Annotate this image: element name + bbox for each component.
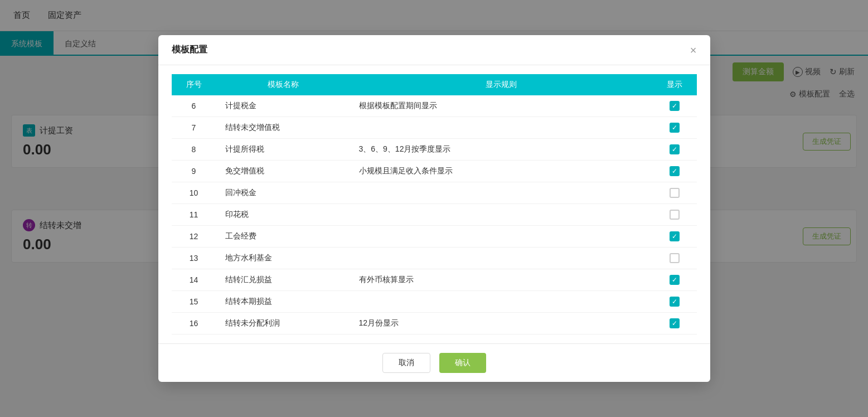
cell-seq: 10 [172, 182, 216, 204]
table-row: 11印花税 [172, 204, 697, 226]
table-row: 10回冲税金 [172, 182, 697, 204]
display-checkbox[interactable] [670, 188, 680, 198]
col-display: 显示 [652, 74, 697, 95]
cell-name: 结转本期损益 [216, 291, 350, 313]
col-rule: 显示规则 [350, 74, 652, 95]
cell-seq: 12 [172, 226, 216, 248]
cell-seq: 15 [172, 291, 216, 313]
cell-name: 计提税金 [216, 95, 350, 117]
cell-display [652, 204, 697, 226]
display-checkbox[interactable] [670, 231, 680, 241]
display-checkbox[interactable] [670, 253, 680, 263]
cell-rule: 3、6、9、12月按季度显示 [350, 139, 652, 161]
display-checkbox[interactable] [670, 275, 680, 285]
display-checkbox[interactable] [670, 318, 680, 328]
modal-overlay: 模板配置 × 序号 模板名称 显示规则 显示 6计提税金根据模板配置期间显示7结… [0, 0, 868, 417]
cell-seq: 7 [172, 117, 216, 139]
cell-seq: 8 [172, 139, 216, 161]
modal-header: 模板配置 × [158, 35, 710, 65]
cell-rule: 12月份显示 [350, 313, 652, 334]
table-row: 14结转汇兑损益有外币核算显示 [172, 269, 697, 291]
cell-display [652, 291, 697, 313]
table-row: 8计提所得税3、6、9、12月按季度显示 [172, 139, 697, 161]
modal-template-config: 模板配置 × 序号 模板名称 显示规则 显示 6计提税金根据模板配置期间显示7结… [158, 35, 710, 382]
table-row: 7结转未交增值税 [172, 117, 697, 139]
cell-display [652, 139, 697, 161]
table-row: 13地方水利基金 [172, 248, 697, 269]
cell-name: 印花税 [216, 204, 350, 226]
display-checkbox[interactable] [670, 144, 680, 154]
table-row: 12工会经费 [172, 226, 697, 248]
cell-rule [350, 291, 652, 313]
confirm-button[interactable]: 确认 [439, 353, 486, 373]
modal-title: 模板配置 [172, 44, 207, 56]
cell-seq: 14 [172, 269, 216, 291]
cell-rule: 有外币核算显示 [350, 269, 652, 291]
cell-rule [350, 204, 652, 226]
cell-seq: 6 [172, 95, 216, 117]
cell-name: 计提所得税 [216, 139, 350, 161]
cell-name: 结转未交增值税 [216, 117, 350, 139]
table-row: 9免交增值税小规模且满足收入条件显示 [172, 161, 697, 182]
cell-name: 免交增值税 [216, 161, 350, 182]
cell-name: 结转未分配利润 [216, 313, 350, 334]
col-name: 模板名称 [216, 74, 350, 95]
cell-display [652, 269, 697, 291]
cell-rule: 小规模且满足收入条件显示 [350, 161, 652, 182]
cell-rule [350, 117, 652, 139]
cell-seq: 13 [172, 248, 216, 269]
config-table: 序号 模板名称 显示规则 显示 6计提税金根据模板配置期间显示7结转未交增值税8… [172, 74, 697, 334]
display-checkbox[interactable] [670, 210, 680, 220]
modal-close-button[interactable]: × [690, 45, 697, 56]
col-seq: 序号 [172, 74, 216, 95]
modal-body: 序号 模板名称 显示规则 显示 6计提税金根据模板配置期间显示7结转未交增值税8… [158, 65, 710, 343]
display-checkbox[interactable] [670, 101, 680, 111]
display-checkbox[interactable] [670, 297, 680, 307]
cell-name: 结转汇兑损益 [216, 269, 350, 291]
cell-rule: 根据模板配置期间显示 [350, 95, 652, 117]
cell-display [652, 313, 697, 334]
cell-rule [350, 182, 652, 204]
cell-rule [350, 248, 652, 269]
display-checkbox[interactable] [670, 166, 680, 176]
cell-name: 地方水利基金 [216, 248, 350, 269]
display-checkbox[interactable] [670, 123, 680, 133]
cell-display [652, 95, 697, 117]
cell-seq: 9 [172, 161, 216, 182]
table-row: 16结转未分配利润12月份显示 [172, 313, 697, 334]
cell-display [652, 226, 697, 248]
cell-rule [350, 226, 652, 248]
table-row: 6计提税金根据模板配置期间显示 [172, 95, 697, 117]
cell-seq: 11 [172, 204, 216, 226]
table-row: 15结转本期损益 [172, 291, 697, 313]
cancel-button[interactable]: 取消 [382, 353, 430, 373]
cell-name: 回冲税金 [216, 182, 350, 204]
cell-display [652, 248, 697, 269]
cell-seq: 16 [172, 313, 216, 334]
cell-display [652, 117, 697, 139]
cell-display [652, 161, 697, 182]
cell-name: 工会经费 [216, 226, 350, 248]
modal-footer: 取消 确认 [158, 343, 710, 382]
cell-display [652, 182, 697, 204]
